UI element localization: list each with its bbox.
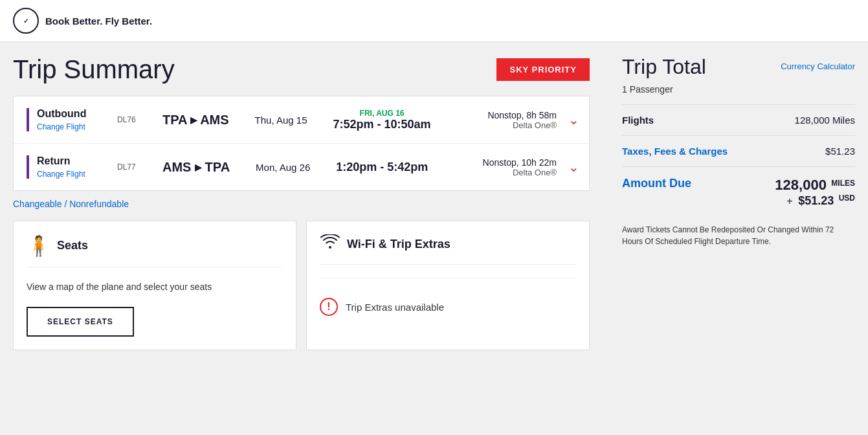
return-time-block: 1:20pm - 5:42pm: [336, 161, 428, 174]
flights-value: 128,000 Miles: [795, 115, 855, 126]
seats-card-header: 🧍 Seats: [27, 234, 283, 267]
sky-priority-button[interactable]: SKY PRIORITY: [496, 58, 590, 81]
outbound-time: 7:52pm - 10:50am: [333, 118, 431, 131]
usd-unit: USD: [839, 194, 855, 203]
logo-plain: Fly Better.: [102, 16, 152, 27]
flights-container: Outbound Change Flight DL76 TPA ▸ AMS Th…: [13, 96, 590, 191]
main-content: Trip Summary SKY PRIORITY Outbound Chang…: [0, 42, 868, 363]
outbound-change-flight-link[interactable]: Change Flight: [37, 122, 111, 131]
outbound-details-col: Nonstop, 8h 58m Delta One®: [487, 110, 576, 130]
return-nonstop: Nonstop, 10h 22m: [483, 157, 557, 168]
usd-line: + $51.23 USD: [775, 194, 855, 208]
unavailable-text: Trip Extras unavailable: [346, 302, 444, 313]
return-date: Mon, Aug 26: [256, 162, 310, 173]
outbound-expand-icon[interactable]: ⌄: [568, 112, 579, 128]
miles-unit: MILES: [831, 179, 855, 188]
miles-line: 128,000 MILES: [775, 177, 855, 194]
alert-icon: !: [320, 298, 338, 316]
header: ✓ Book Better. Fly Better.: [0, 0, 868, 42]
taxes-value: $51.23: [825, 146, 855, 157]
taxes-label: Taxes, Fees & Charges: [622, 146, 728, 157]
outbound-flight-number: DL76: [117, 115, 150, 124]
return-expand-icon[interactable]: ⌄: [568, 159, 579, 175]
usd-amount: $51.23: [798, 194, 834, 207]
seats-card: 🧍 Seats View a map of the plane and sele…: [13, 221, 296, 350]
outbound-label-col: Outbound Change Flight: [27, 108, 111, 131]
outbound-arrives-label: FRI, AUG 16: [333, 109, 431, 118]
amount-due-row: Amount Due 128,000 MILES + $51.23 USD: [622, 166, 855, 218]
outbound-nonstop: Nonstop, 8h 58m: [487, 110, 557, 120]
select-seats-button[interactable]: SELECT SEATS: [27, 307, 134, 337]
page-title-row: Trip Summary SKY PRIORITY: [13, 55, 590, 84]
outbound-label: Outbound: [37, 108, 111, 120]
return-route: AMS ▸ TPA: [162, 159, 230, 175]
trip-total-header: Trip Total Currency Calculator: [622, 55, 855, 79]
wifi-card: Wi-Fi & Trip Extras ! Trip Extras unavai…: [306, 221, 590, 350]
return-label: Return: [37, 155, 111, 167]
plus-sign: +: [786, 195, 792, 206]
outbound-flight-row: Outbound Change Flight DL76 TPA ▸ AMS Th…: [14, 96, 589, 144]
return-time: 1:20pm - 5:42pm: [336, 161, 428, 174]
logo-icon: ✓: [13, 8, 39, 34]
logo-bold: Book Better.: [45, 16, 102, 27]
return-flight-number: DL77: [117, 162, 150, 172]
outbound-cabin: Delta One®: [487, 120, 557, 130]
wifi-icon: [320, 234, 340, 254]
taxes-cost-row: Taxes, Fees & Charges $51.23: [622, 135, 855, 166]
page-title: Trip Summary: [13, 55, 175, 84]
currency-calculator-link[interactable]: Currency Calculator: [781, 61, 855, 71]
left-panel: Trip Summary SKY PRIORITY Outbound Chang…: [13, 55, 609, 350]
changeable-text: Changeable / Nonrefundable: [13, 199, 590, 209]
passengers: 1 Passenger: [622, 84, 855, 95]
seat-icon: 🧍: [27, 234, 50, 257]
flights-label: Flights: [622, 115, 654, 126]
return-flight-row: Return Change Flight DL77 AMS ▸ TPA Mon,…: [14, 144, 589, 190]
return-label-col: Return Change Flight: [27, 155, 111, 179]
outbound-route: TPA ▸ AMS: [162, 112, 229, 128]
trip-total-title: Trip Total: [622, 55, 706, 79]
return-change-flight-link[interactable]: Change Flight: [37, 170, 111, 179]
outbound-date: Thu, Aug 15: [255, 115, 307, 126]
trip-extras-unavailable: ! Trip Extras unavailable: [320, 291, 576, 316]
return-cabin: Delta One®: [483, 168, 557, 177]
extras-row: 🧍 Seats View a map of the plane and sele…: [13, 221, 590, 350]
seats-card-title: Seats: [57, 239, 88, 252]
seats-description: View a map of the plane and select your …: [27, 280, 283, 294]
amount-due-label: Amount Due: [622, 177, 691, 190]
outbound-time-block: FRI, AUG 16 7:52pm - 10:50am: [333, 109, 431, 131]
miles-amount: 128,000: [775, 177, 827, 193]
flights-cost-row: Flights 128,000 Miles: [622, 104, 855, 135]
wifi-card-header: Wi-Fi & Trip Extras: [320, 234, 576, 265]
amount-due-value: 128,000 MILES + $51.23 USD: [775, 177, 855, 208]
wifi-card-title: Wi-Fi & Trip Extras: [347, 238, 451, 251]
award-notice: Award Tickets Cannot Be Redeposited Or C…: [622, 224, 855, 247]
logo-text: Book Better. Fly Better.: [45, 16, 152, 27]
right-panel: Trip Total Currency Calculator 1 Passeng…: [609, 55, 855, 350]
return-details-col: Nonstop, 10h 22m Delta One®: [483, 157, 576, 177]
